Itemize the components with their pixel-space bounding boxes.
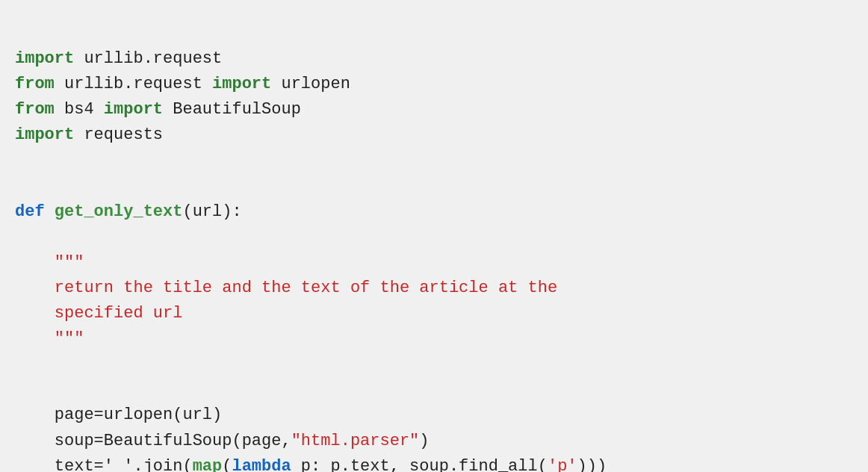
code-token: urlopen bbox=[271, 75, 350, 93]
code-line: import requests bbox=[15, 122, 853, 148]
code-token: urllib.request bbox=[55, 75, 212, 93]
code-token: page=urlopen(url) bbox=[15, 406, 222, 424]
code-token: import bbox=[212, 75, 271, 93]
code-token: BeautifulSoup bbox=[163, 100, 301, 119]
code-token: "html.parser" bbox=[291, 432, 420, 450]
code-token: lambda bbox=[232, 457, 291, 472]
code-line: """ bbox=[15, 326, 853, 352]
code-token: """ bbox=[55, 253, 84, 272]
code-token: import bbox=[104, 100, 163, 119]
code-line bbox=[15, 174, 853, 199]
code-token bbox=[15, 253, 55, 272]
code-token: import bbox=[15, 125, 74, 144]
code-token: specified url bbox=[55, 304, 183, 323]
code-line: from bs4 import BeautifulSoup bbox=[15, 97, 853, 122]
code-token: p: p.text, soup.find_all( bbox=[291, 457, 548, 472]
code-line bbox=[15, 225, 853, 250]
code-token: from bbox=[15, 75, 55, 93]
code-line: """ bbox=[15, 250, 853, 276]
code-token: requests bbox=[74, 125, 163, 144]
code-line bbox=[15, 352, 853, 377]
code-token bbox=[15, 329, 55, 348]
code-token: get_only_text bbox=[55, 202, 183, 221]
code-line bbox=[15, 377, 853, 403]
code-token: """ bbox=[55, 329, 84, 348]
code-editor: import urllib.requestfrom urllib.request… bbox=[15, 21, 853, 472]
code-token: map bbox=[193, 457, 223, 472]
code-token: urllib.request bbox=[74, 49, 222, 68]
code-token: text=' '.join( bbox=[15, 457, 193, 472]
code-token: from bbox=[15, 100, 55, 119]
code-line: text=' '.join(map(lambda p: p.text, soup… bbox=[15, 454, 853, 472]
code-token: ( bbox=[222, 457, 232, 472]
code-token: (url): bbox=[182, 202, 241, 221]
code-token: soup=BeautifulSoup(page, bbox=[15, 432, 291, 450]
code-line: soup=BeautifulSoup(page,"html.parser") bbox=[15, 429, 853, 454]
code-token bbox=[45, 202, 55, 221]
code-line: specified url bbox=[15, 301, 853, 326]
code-line: def get_only_text(url): bbox=[15, 199, 853, 225]
code-token: bs4 bbox=[55, 100, 104, 119]
code-line: import urllib.request bbox=[15, 46, 853, 72]
code-token: def bbox=[15, 202, 45, 221]
code-token: 'p' bbox=[548, 457, 577, 472]
code-token: ) bbox=[419, 432, 429, 450]
code-line bbox=[15, 148, 853, 173]
code-line: return the title and the text of the art… bbox=[15, 276, 853, 301]
code-line: from urllib.request import urlopen bbox=[15, 72, 853, 97]
code-line: page=urlopen(url) bbox=[15, 403, 853, 428]
code-token: import bbox=[15, 49, 74, 68]
code-token: ))) bbox=[577, 457, 607, 472]
code-token bbox=[15, 279, 55, 297]
code-token: return the title and the text of the art… bbox=[55, 279, 557, 297]
code-token bbox=[15, 304, 55, 323]
